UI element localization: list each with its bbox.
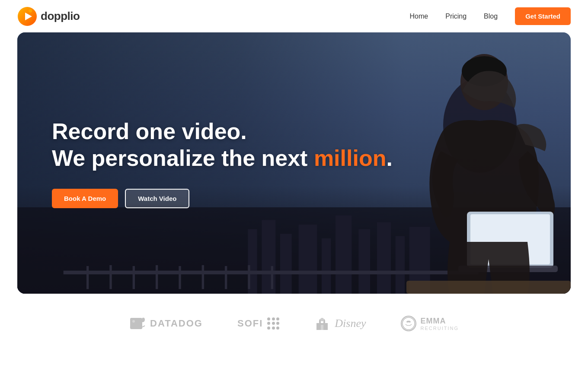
emma-name-text: EMMA [421,317,459,326]
dot-2 [272,317,275,320]
disney-castle-icon [314,315,330,332]
hero-headline: Record one video. We personalize the nex… [52,118,393,172]
nav-links: Home Pricing Blog Get Started [410,7,571,25]
logo-text: dopplio [41,10,80,23]
svg-point-2 [29,9,32,13]
disney-logo: Disney [314,315,366,332]
logos-section: DATADOG SoFi Disney [0,294,588,353]
hero-content: Record one video. We personalize the nex… [52,118,393,209]
watch-video-button[interactable]: Watch Video [125,189,189,208]
sofi-logo: SoFi [237,317,279,330]
emma-subtitle-text: RECRUITING [421,326,459,331]
hero-buttons: Book A Demo Watch Video [52,189,393,208]
hero-headline-line2: We personalize the next million. [52,145,393,171]
svg-rect-8 [322,238,331,294]
navbar: dopplio Home Pricing Blog Get Started [0,0,588,32]
dot-3 [276,317,279,320]
svg-rect-17 [133,266,135,289]
svg-rect-5 [262,220,275,294]
hero-headline-suffix: . [386,146,392,171]
dot-7 [267,327,270,330]
dot-8 [272,327,275,330]
emma-logo: EMMA RECRUITING [401,316,459,331]
emma-circle-icon [401,316,416,331]
dot-4 [267,322,270,325]
dopplio-logo-icon [17,6,37,26]
svg-rect-7 [299,225,317,294]
svg-point-33 [320,318,324,321]
datadog-dog-icon [129,315,146,332]
svg-rect-16 [109,265,112,289]
svg-point-35 [402,317,414,330]
svg-rect-22 [248,265,250,289]
svg-rect-6 [280,234,292,294]
person-silhouette-icon [363,48,571,294]
svg-point-32 [132,320,135,323]
svg-rect-20 [202,265,204,289]
svg-rect-34 [321,325,323,330]
dot-5 [272,322,275,325]
sofi-dots-icon [267,317,279,330]
hero-headline-line1: Record one video. [52,119,247,144]
svg-rect-18 [156,265,158,289]
hero-section: Record one video. We personalize the nex… [17,32,571,294]
svg-rect-23 [271,266,273,289]
svg-rect-19 [179,266,181,289]
datadog-text: DATADOG [150,318,203,329]
svg-rect-9 [336,216,352,294]
get-started-button[interactable]: Get Started [515,7,571,25]
disney-text: Disney [335,317,366,330]
svg-rect-15 [86,266,89,289]
logo[interactable]: dopplio [17,6,80,26]
svg-rect-30 [406,281,571,294]
hero-accent-word: million [314,146,387,171]
datadog-logo: DATADOG [129,315,203,332]
emma-text-block: EMMA RECRUITING [421,317,459,331]
book-demo-button[interactable]: Book A Demo [52,189,118,208]
dot-9 [276,327,279,330]
nav-pricing[interactable]: Pricing [445,13,467,20]
dot-1 [267,317,270,320]
nav-home[interactable]: Home [410,13,428,20]
sofi-text: SoFi [237,318,263,329]
dot-6 [276,322,279,325]
nav-blog[interactable]: Blog [484,13,498,20]
hero-headline-prefix: We personalize the next [52,146,314,171]
svg-rect-21 [225,266,227,289]
